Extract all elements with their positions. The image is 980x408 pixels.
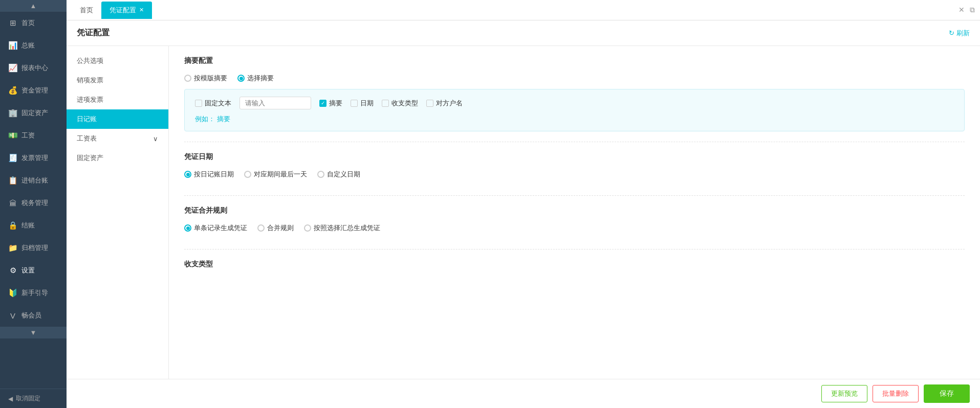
- sidebar-item-label: 工资: [21, 131, 35, 140]
- checkbox-summary[interactable]: ✓ 摘要: [319, 99, 342, 108]
- example-label: 例如：: [195, 115, 215, 123]
- sidebar-item-label: 税务管理: [21, 198, 48, 208]
- radio-template[interactable]: 按模版摘要: [184, 74, 227, 83]
- sidebar-item-vip[interactable]: V 畅会员: [0, 304, 67, 327]
- minimize-icon[interactable]: ✕: [959, 6, 965, 14]
- sidebar-item-label: 发票管理: [21, 153, 48, 163]
- tab-voucher-config-label: 凭证配置: [110, 6, 136, 15]
- sidebar-item-purchase-sales[interactable]: 📋 进销台账: [0, 169, 67, 192]
- radio-last-day[interactable]: 对应期间最后一天: [244, 170, 307, 179]
- abstract-section: 摘要配置 按模版摘要 选择摘要: [184, 56, 965, 142]
- sidebar-item-invoice-mgr[interactable]: 🧾 发票管理: [0, 147, 67, 169]
- sidebar-item-label: 首页: [21, 18, 35, 28]
- radio-by-selection[interactable]: 按照选择汇总生成凭证: [304, 223, 380, 233]
- fixed-text-input[interactable]: [239, 97, 311, 109]
- sidebar-item-label: 新手引导: [21, 288, 48, 298]
- assets-icon: 🏢: [8, 108, 17, 118]
- funds-icon: 💰: [8, 86, 17, 95]
- radio-custom-date-label: 自定义日期: [327, 170, 360, 179]
- radio-merge-label: 合并规则: [267, 223, 294, 233]
- nav-item-payroll-table[interactable]: 工资表 ∨: [67, 129, 168, 148]
- merge-rules-section: 凭证合并规则 单条记录生成凭证 合并规则 按照选择汇总生成凭证: [184, 206, 965, 250]
- refresh-button[interactable]: ↻ 刷新: [949, 29, 970, 38]
- radio-merge-circle: [257, 224, 265, 232]
- tab-close-icon[interactable]: ✕: [139, 7, 144, 13]
- right-panel: 摘要配置 按模版摘要 选择摘要: [169, 46, 980, 379]
- sidebar-item-label: 结账: [21, 221, 35, 230]
- nav-item-public-label: 公共选项: [77, 56, 103, 65]
- bottom-bar: 更新预览 批量删除 保存: [67, 379, 980, 408]
- sidebar-scroll-down[interactable]: ▼: [0, 327, 67, 338]
- window-controls: ✕ ⧉: [959, 6, 975, 14]
- nav-item-public[interactable]: 公共选项: [67, 51, 168, 71]
- reports-icon: 📈: [8, 63, 17, 73]
- content-area: 凭证配置 ↻ 刷新 公共选项 销项发票 进项发票 日记账: [67, 20, 980, 408]
- left-nav: 公共选项 销项发票 进项发票 日记账 工资表 ∨ 固定资产: [67, 46, 169, 379]
- sidebar-item-home[interactable]: ⊞ 首页: [0, 12, 67, 34]
- settings-icon: ⚙: [8, 266, 17, 275]
- nav-item-purchase-label: 进项发票: [77, 95, 103, 104]
- checkbox-summary-label: 摘要: [329, 99, 342, 108]
- nav-item-journal[interactable]: 日记账: [67, 109, 168, 129]
- income-type-title: 收支类型: [184, 260, 965, 269]
- sidebar-item-reports[interactable]: 📈 报表中心: [0, 57, 67, 79]
- tab-home[interactable]: 首页: [72, 2, 101, 19]
- radio-custom-date-circle: [317, 171, 324, 178]
- sidebar-item-archive[interactable]: 📁 归档管理: [0, 237, 67, 259]
- save-button[interactable]: 保存: [924, 384, 970, 403]
- checkbox-counterpart-box: [426, 100, 433, 107]
- sidebar-item-funds[interactable]: 💰 资金管理: [0, 79, 67, 102]
- checkbox-fixed-text-label: 固定文本: [205, 99, 231, 108]
- radio-single[interactable]: 单条记录生成凭证: [184, 223, 247, 233]
- radio-custom-date[interactable]: 自定义日期: [317, 170, 360, 179]
- update-preview-button[interactable]: 更新预览: [821, 385, 867, 402]
- checkbox-counterpart[interactable]: 对方户名: [426, 99, 463, 108]
- radio-select[interactable]: 选择摘要: [237, 74, 274, 83]
- sidebar-item-guide[interactable]: 🔰 新手引导: [0, 282, 67, 304]
- checkbox-income-type[interactable]: 收支类型: [382, 99, 418, 108]
- radio-by-selection-circle: [304, 224, 311, 232]
- radio-last-day-circle: [244, 171, 251, 178]
- chevron-down-icon: ∨: [153, 135, 158, 143]
- checkbox-config: 固定文本 ✓ 摘要 日期: [184, 89, 965, 131]
- sidebar-item-label: 资金管理: [21, 86, 48, 95]
- radio-select-circle: [237, 75, 245, 82]
- sidebar-item-closing[interactable]: 🔒 结账: [0, 214, 67, 237]
- checkbox-summary-box: ✓: [319, 100, 326, 107]
- checkbox-fixed-text-box: [195, 100, 202, 107]
- nav-item-fixed-assets-label: 固定资产: [77, 153, 103, 163]
- voucher-date-section: 凭证日期 按日记账日期 对应期间最后一天 自定义日期: [184, 152, 965, 196]
- nav-item-purchase[interactable]: 进项发票: [67, 90, 168, 109]
- maximize-icon[interactable]: ⧉: [970, 6, 975, 14]
- sidebar-item-label: 进销台账: [21, 176, 48, 185]
- abstract-section-title: 摘要配置: [184, 56, 965, 65]
- sidebar-item-label: 归档管理: [21, 243, 48, 253]
- sidebar-item-tax[interactable]: 🏛 税务管理: [0, 192, 67, 214]
- closing-icon: 🔒: [8, 221, 17, 230]
- sidebar: ▲ ⊞ 首页 📊 总账 📈 报表中心 💰 资金管理 🏢 固定资产 💵 工资 🧾 …: [0, 0, 67, 408]
- nav-item-sales[interactable]: 销项发票: [67, 71, 168, 90]
- sidebar-item-label: 设置: [21, 266, 35, 275]
- page-title: 凭证配置: [77, 28, 110, 38]
- main-area: 首页 凭证配置 ✕ ✕ ⧉ 凭证配置 ↻ 刷新 公共选项: [67, 0, 980, 408]
- radio-by-journal-date[interactable]: 按日记账日期: [184, 170, 234, 179]
- sidebar-item-ledger[interactable]: 📊 总账: [0, 34, 67, 57]
- sidebar-unpin[interactable]: ◀ 取消固定: [0, 389, 67, 408]
- batch-delete-button[interactable]: 批量删除: [873, 385, 919, 402]
- tab-voucher-config[interactable]: 凭证配置 ✕: [101, 2, 152, 19]
- radio-select-label: 选择摘要: [247, 74, 274, 83]
- nav-item-fixed-assets[interactable]: 固定资产: [67, 148, 168, 168]
- unpin-icon: ◀: [8, 395, 13, 402]
- sidebar-item-label: 畅会员: [21, 311, 41, 320]
- nav-item-payroll-table-label: 工资表: [77, 134, 97, 143]
- checkbox-fixed-text[interactable]: 固定文本: [195, 99, 231, 108]
- sidebar-item-assets[interactable]: 🏢 固定资产: [0, 102, 67, 124]
- tab-bar: 首页 凭证配置 ✕ ✕ ⧉: [67, 0, 980, 20]
- radio-merge[interactable]: 合并规则: [257, 223, 294, 233]
- sidebar-item-settings[interactable]: ⚙ 设置: [0, 259, 67, 282]
- sidebar-item-payroll[interactable]: 💵 工资: [0, 124, 67, 147]
- radio-template-circle: [184, 75, 191, 82]
- merge-rules-radio-group: 单条记录生成凭证 合并规则 按照选择汇总生成凭证: [184, 223, 965, 233]
- sidebar-scroll-up[interactable]: ▲: [0, 0, 67, 12]
- checkbox-date[interactable]: 日期: [351, 99, 374, 108]
